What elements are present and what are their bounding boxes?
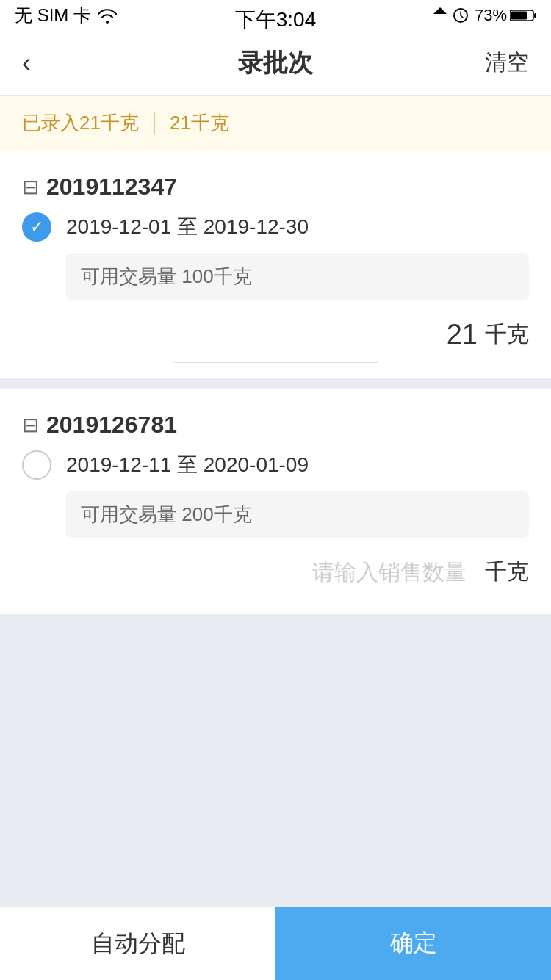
batch1-avail: 可用交易量 100千克: [66, 253, 529, 300]
svg-rect-3: [534, 13, 536, 18]
footer: 自动分配 确定: [0, 907, 551, 980]
batch1-date: 2019-12-01 至 2019-12-30: [66, 213, 309, 241]
status-bar: 无 SIM 卡 下午3:04 73%: [0, 0, 551, 31]
batch2-unit: 千克: [485, 557, 529, 587]
info-banner: 已录入21千克 21千克: [0, 96, 551, 151]
recorded-label: 已录入21千克: [22, 110, 139, 136]
checkmark-icon: ✓: [30, 219, 43, 235]
batch1-divider: [173, 362, 378, 363]
back-button[interactable]: ‹: [22, 48, 66, 79]
confirm-button[interactable]: 确定: [276, 907, 551, 980]
batch1-id: 2019112347: [46, 173, 177, 201]
batch2-radio[interactable]: [22, 450, 51, 480]
batch1-quantity-row: 21 千克: [22, 311, 529, 362]
batch2-avail: 可用交易量 200千克: [66, 491, 529, 538]
section-divider: [0, 378, 551, 389]
batch1-card: ⊟ 2019112347 ✓ 2019-12-01 至 2019-12-30 可…: [0, 151, 551, 378]
nav-bar: ‹ 录批次 清空: [0, 31, 551, 96]
batch1-date-row: ✓ 2019-12-01 至 2019-12-30: [22, 212, 529, 242]
svg-rect-2: [511, 12, 527, 20]
batch2-id: 2019126781: [46, 411, 177, 439]
batch2-date: 2019-12-11 至 2020-01-09: [66, 451, 309, 479]
clear-button[interactable]: 清空: [485, 48, 529, 78]
batch1-radio[interactable]: ✓: [22, 212, 51, 242]
status-left: 无 SIM 卡: [15, 4, 118, 27]
info-divider: [154, 112, 155, 134]
sim-label: 无 SIM 卡: [15, 4, 91, 27]
batch1-header: ⊟ 2019112347: [22, 173, 529, 201]
batch2-header: ⊟ 2019126781: [22, 411, 529, 439]
auto-distribute-button[interactable]: 自动分配: [0, 907, 276, 980]
battery-icon: [510, 9, 536, 22]
page-title: 录批次: [238, 46, 313, 80]
wifi-icon: [97, 7, 118, 24]
batch2-date-row: 2019-12-11 至 2020-01-09: [22, 450, 529, 480]
clock-icon: [453, 7, 469, 24]
battery-label: 73%: [475, 6, 536, 25]
batch2-icon: ⊟: [22, 413, 39, 437]
batch2-quantity-input[interactable]: [22, 560, 478, 585]
batch2-input-row: 千克: [22, 550, 529, 599]
batch1-quantity: 21: [447, 319, 478, 350]
batch2-card: ⊟ 2019126781 2019-12-11 至 2020-01-09 可用交…: [0, 389, 551, 614]
batch1-icon: ⊟: [22, 175, 39, 199]
batch1-unit: 千克: [485, 320, 529, 350]
location-icon: [433, 7, 447, 24]
empty-area: [0, 614, 551, 937]
status-right: 73%: [433, 6, 536, 25]
amount-label: 21千克: [170, 110, 229, 136]
status-time: 下午3:04: [235, 6, 317, 34]
